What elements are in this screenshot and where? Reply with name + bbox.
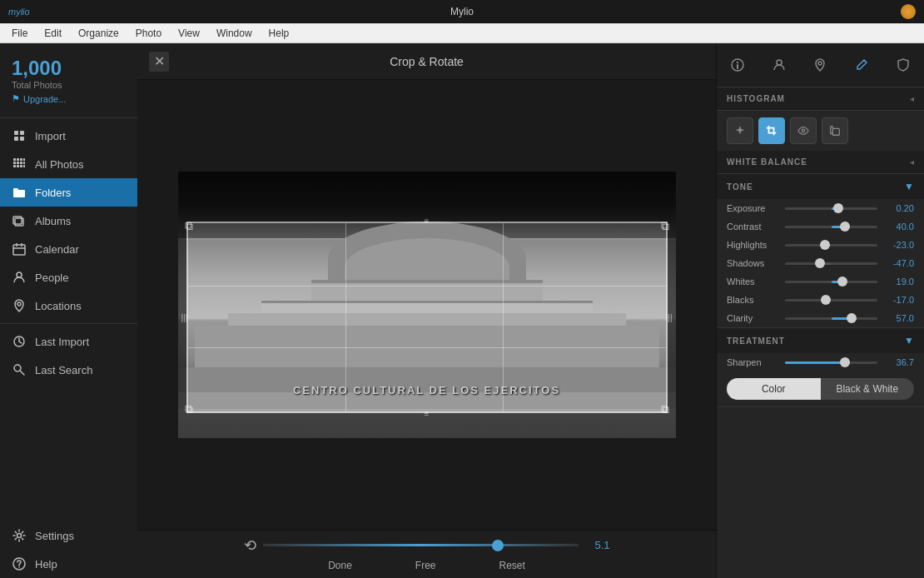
title-bar: mylio Mylio bbox=[0, 0, 924, 23]
menu-organize[interactable]: Organize bbox=[72, 26, 126, 41]
menu-bar: File Edit Organize Photo View Window Hel… bbox=[0, 23, 924, 43]
shadows-track[interactable] bbox=[785, 262, 877, 265]
blacks-track[interactable] bbox=[785, 299, 877, 301]
svg-rect-14 bbox=[20, 165, 22, 167]
edit-panel-icon[interactable] bbox=[847, 50, 877, 80]
location-panel-icon[interactable] bbox=[805, 50, 835, 80]
crop-close-button[interactable]: ✕ bbox=[149, 52, 169, 72]
crop-done-button[interactable]: Done bbox=[321, 558, 359, 573]
contrast-row: Contrast 40.0 bbox=[717, 217, 924, 236]
whites-row: Whites 19.0 bbox=[717, 272, 924, 291]
menu-view[interactable]: View bbox=[171, 26, 206, 41]
copy-tool[interactable] bbox=[822, 117, 848, 144]
svg-rect-13 bbox=[17, 165, 19, 167]
blacks-value: -17.0 bbox=[884, 295, 914, 305]
eye-tool[interactable] bbox=[790, 117, 817, 144]
contrast-value: 40.0 bbox=[884, 222, 914, 232]
sidebar-item-last-import-label: Last Import bbox=[35, 336, 89, 348]
color-button[interactable]: Color bbox=[727, 378, 821, 400]
sidebar-item-people[interactable]: People bbox=[0, 263, 137, 291]
svg-point-34 bbox=[818, 62, 822, 65]
info-panel-icon[interactable] bbox=[723, 50, 753, 80]
crop-toolbar: ✕ Crop & Rotate bbox=[137, 43, 716, 80]
exposure-track[interactable] bbox=[785, 207, 877, 210]
rotation-icon: ⟲ bbox=[244, 536, 256, 555]
sidebar-item-last-search-label: Last Search bbox=[35, 364, 92, 376]
clarity-label: Clarity bbox=[727, 313, 778, 323]
svg-line-26 bbox=[21, 371, 25, 376]
upgrade-flag-icon: ⚑ bbox=[12, 93, 20, 104]
center-content: ✕ Crop & Rotate bbox=[137, 43, 716, 578]
sidebar-item-all-photos[interactable]: All Photos bbox=[0, 150, 137, 178]
magic-tool[interactable] bbox=[727, 117, 753, 144]
svg-rect-3 bbox=[20, 137, 24, 141]
panel-icon-bar bbox=[717, 43, 924, 87]
crop-image-container[interactable]: CENTRO CULTURAL DE LOS EJERCITOS bbox=[178, 172, 676, 438]
main-layout: 1,000 Total Photos ⚑ Upgrade... Import A… bbox=[0, 43, 924, 578]
last-import-icon bbox=[12, 334, 27, 349]
crop-tool[interactable] bbox=[758, 117, 785, 144]
sidebar-item-help-label: Help bbox=[35, 558, 57, 571]
sidebar-item-import-label: Import bbox=[35, 130, 66, 142]
help-icon bbox=[12, 556, 27, 571]
person-panel-icon[interactable] bbox=[764, 50, 794, 80]
shadows-label: Shadows bbox=[727, 258, 778, 268]
sharpen-label: Sharpen bbox=[727, 357, 778, 367]
sidebar-item-import[interactable]: Import bbox=[0, 122, 137, 150]
sidebar-item-settings[interactable]: Settings bbox=[0, 521, 137, 550]
crop-reset-button[interactable]: Reset bbox=[493, 558, 532, 573]
sharpen-track[interactable] bbox=[785, 361, 877, 364]
settings-icon bbox=[12, 528, 27, 543]
menu-window[interactable]: Window bbox=[210, 26, 259, 41]
clarity-track[interactable] bbox=[785, 317, 877, 320]
app-title: Mylio bbox=[450, 6, 474, 17]
crop-free-button[interactable]: Free bbox=[409, 558, 443, 573]
svg-rect-0 bbox=[14, 131, 18, 135]
rotation-slider[interactable] bbox=[263, 544, 579, 546]
bw-button[interactable]: Black & White bbox=[821, 378, 915, 400]
sidebar-item-albums[interactable]: Albums bbox=[0, 207, 137, 235]
histogram-header[interactable]: HISTOGRAM ◂ bbox=[717, 87, 924, 110]
svg-point-25 bbox=[14, 365, 21, 371]
exposure-label: Exposure bbox=[727, 203, 778, 213]
sidebar-divider-2 bbox=[0, 323, 137, 324]
svg-rect-6 bbox=[20, 158, 22, 161]
sidebar-item-folders[interactable]: Folders bbox=[0, 178, 137, 207]
treatment-header[interactable]: TREATMENT ▼ bbox=[717, 328, 924, 353]
crop-actions: Done Free Reset bbox=[321, 558, 532, 573]
contrast-track[interactable] bbox=[785, 226, 877, 228]
white-balance-arrow: ◂ bbox=[910, 157, 914, 167]
blacks-row: Blacks -17.0 bbox=[717, 291, 924, 309]
people-icon bbox=[12, 270, 27, 285]
tone-header[interactable]: TONE ▼ bbox=[717, 174, 924, 199]
svg-point-35 bbox=[802, 129, 805, 132]
right-panel: HISTOGRAM ◂ WHITE BALANCE ◂ bbox=[716, 43, 924, 578]
sidebar-item-help[interactable]: Help bbox=[0, 550, 137, 578]
rotation-value: 5.1 bbox=[585, 539, 610, 551]
svg-rect-7 bbox=[23, 158, 25, 161]
building-scene: CENTRO CULTURAL DE LOS EJERCITOS bbox=[178, 172, 676, 438]
menu-photo[interactable]: Photo bbox=[129, 26, 168, 41]
sidebar-item-calendar[interactable]: Calendar bbox=[0, 235, 137, 263]
white-balance-header[interactable]: WHITE BALANCE ◂ bbox=[717, 151, 924, 173]
menu-file[interactable]: File bbox=[5, 26, 34, 41]
histogram-arrow: ◂ bbox=[910, 94, 914, 103]
menu-help[interactable]: Help bbox=[262, 26, 296, 41]
contrast-label: Contrast bbox=[727, 222, 778, 232]
upgrade-link[interactable]: ⚑ Upgrade... bbox=[12, 93, 126, 104]
svg-rect-12 bbox=[13, 165, 16, 167]
whites-track[interactable] bbox=[785, 281, 877, 283]
highlights-track[interactable] bbox=[785, 244, 877, 247]
outside-crop-right bbox=[668, 222, 676, 413]
shield-panel-icon[interactable] bbox=[888, 50, 918, 80]
sidebar-item-people-label: People bbox=[35, 272, 68, 284]
svg-rect-18 bbox=[13, 245, 25, 255]
sidebar-item-locations-label: Locations bbox=[35, 300, 82, 312]
sidebar-item-locations[interactable]: Locations bbox=[0, 291, 137, 320]
shadows-value: -47.0 bbox=[884, 258, 914, 268]
svg-rect-8 bbox=[13, 162, 16, 164]
sidebar-item-last-import[interactable]: Last Import bbox=[0, 327, 137, 356]
tone-title: TONE bbox=[727, 182, 753, 192]
menu-edit[interactable]: Edit bbox=[37, 26, 68, 41]
sidebar-item-last-search[interactable]: Last Search bbox=[0, 356, 137, 384]
